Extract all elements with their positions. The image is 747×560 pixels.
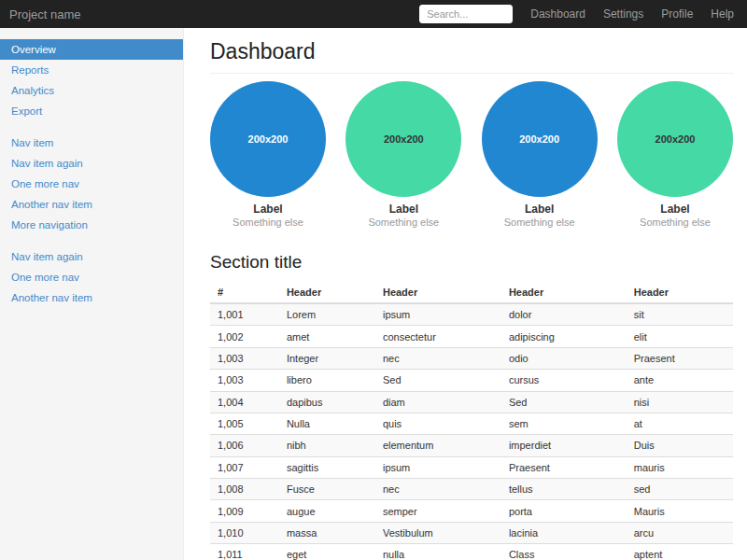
placeholder-card: 200x200LabelSomething else [482,81,598,228]
table-row: 1,009auguesemperportaMauris [210,500,733,522]
nav-link-profile[interactable]: Profile [661,7,693,21]
sidebar-group: OverviewReportsAnalyticsExport [0,39,183,121]
table-cell: cursus [501,370,627,391]
table-cell: lacinia [501,522,627,543]
sidebar-item-another-nav-item[interactable]: Another nav item [0,194,183,215]
table-cell: odio [501,347,627,369]
page-title: Dashboard [210,39,733,74]
table-cell: quis [375,413,501,434]
sidebar-item-analytics[interactable]: Analytics [0,80,183,101]
table-body: 1,001Loremipsumdolorsit1,002ametconsecte… [210,303,733,560]
search-input[interactable] [419,5,513,23]
table-cell: Class [501,544,627,560]
sidebar-item-nav-item-again[interactable]: Nav item again [0,246,183,267]
sidebar-item-reports[interactable]: Reports [0,60,183,80]
sidebar-item-export[interactable]: Export [0,101,183,121]
table-cell: 1,003 [210,370,279,391]
table-cell: sit [627,303,733,326]
table-cell: elit [627,326,733,347]
card-label: Label [617,203,733,216]
table-head: #HeaderHeaderHeaderHeader [210,282,733,303]
sidebar-item-another-nav-item[interactable]: Another nav item [0,287,183,308]
card-label: Label [482,203,598,216]
sidebar-item-one-more-nav[interactable]: One more nav [0,267,183,287]
table-row: 1,003liberoSedcursusante [210,370,733,391]
table-cell: arcu [627,522,733,543]
table-row: 1,008Fuscenectellussed [210,479,733,500]
table-cell: nec [375,347,501,369]
placeholder-card: 200x200LabelSomething else [210,81,326,228]
table-row: 1,003IntegernecodioPraesent [210,347,733,369]
table-header-cell: Header [501,282,627,303]
table-cell: 1,011 [210,544,279,560]
card-sublabel: Something else [210,217,326,228]
nav-link-settings[interactable]: Settings [603,7,643,21]
card-sublabel: Something else [345,217,461,228]
table-cell: nec [375,479,501,500]
table-cell: 1,007 [210,456,279,478]
table-cell: amet [279,326,375,347]
table-cell: Praesent [627,347,733,369]
table-cell: dapibus [279,391,375,413]
table-header-row: #HeaderHeaderHeaderHeader [210,282,733,303]
table-cell: nulla [375,544,501,560]
sidebar-item-overview[interactable]: Overview [0,39,183,60]
table-row: 1,005Nullaquissemat [210,413,733,434]
table-cell: Integer [279,347,375,369]
table-cell: Sed [501,391,627,413]
table-cell: Praesent [501,456,627,478]
table-cell: ipsum [375,303,501,326]
table-cell: adipiscing [501,326,627,347]
table-row: 1,010massaVestibulumlaciniaarcu [210,522,733,543]
table-cell: ipsum [375,456,501,478]
table-cell: ante [627,370,733,391]
table-cell: Duis [627,435,733,456]
table-cell: Nulla [279,413,375,434]
table-cell: porta [501,500,627,522]
brand-title[interactable]: Project name [0,7,91,21]
table-cell: 1,009 [210,500,279,522]
sidebar-item-nav-item-again[interactable]: Nav item again [0,153,183,174]
table-cell: 1,004 [210,391,279,413]
nav-link-help[interactable]: Help [711,7,734,21]
card-label: Label [345,203,461,216]
table-row: 1,007sagittisipsumPraesentmauris [210,456,733,478]
card-sublabel: Something else [482,217,598,228]
table-cell: sagittis [279,456,375,478]
table-cell: libero [279,370,375,391]
sidebar-item-one-more-nav[interactable]: One more nav [0,174,183,194]
table-cell: 1,001 [210,303,279,326]
sidebar-group: Nav item againOne more navAnother nav it… [0,246,183,308]
table-cell: nisi [627,391,733,413]
cards-row: 200x200LabelSomething else200x200LabelSo… [210,81,733,228]
table-cell: Sed [375,370,501,391]
table-row: 1,001Loremipsumdolorsit [210,303,733,326]
placeholder-circle: 200x200 [345,81,461,197]
table-cell: aptent [627,544,733,560]
table-cell: Lorem [279,303,375,326]
table-header-cell: Header [627,282,733,303]
placeholder-circle: 200x200 [482,81,598,197]
table-cell: eget [279,544,375,560]
table-header-cell: # [210,282,279,303]
table-cell: 1,010 [210,522,279,543]
placeholder-card: 200x200LabelSomething else [617,81,733,228]
sidebar-nav: OverviewReportsAnalyticsExportNav itemNa… [0,28,184,560]
table-cell: semper [375,500,501,522]
table-cell: mauris [627,456,733,478]
table-row: 1,004dapibusdiamSednisi [210,391,733,413]
table-cell: imperdiet [501,435,627,456]
sidebar-item-more-navigation[interactable]: More navigation [0,215,183,235]
table-header-cell: Header [279,282,375,303]
nav-link-dashboard[interactable]: Dashboard [530,7,585,21]
table-header-cell: Header [375,282,501,303]
table-row: 1,011egetnullaClassaptent [210,544,733,560]
table-cell: 1,008 [210,479,279,500]
navbar-right: DashboardSettingsProfileHelp [419,5,747,23]
sidebar-item-nav-item[interactable]: Nav item [0,133,183,153]
table-row: 1,002ametconsecteturadipiscingelit [210,326,733,347]
card-sublabel: Something else [617,217,733,228]
table-cell: 1,003 [210,347,279,369]
table-row: 1,006nibhelementumimperdietDuis [210,435,733,456]
table-cell: augue [279,500,375,522]
